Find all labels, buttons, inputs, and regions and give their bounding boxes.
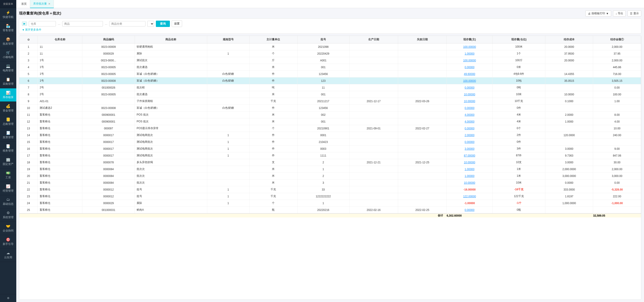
sidebar-item-summary[interactable]: 📒 总账管理 [0,115,16,128]
search-btn[interactable]: 查询 [156,21,170,27]
table-row[interactable]: 6 1号 0023-00008 富诚（白色/奶糖） 白色/奶糖 件 123 10… [19,77,641,84]
cell-name: POS显示库存异常 [135,125,207,132]
cell-exp-date [398,139,446,145]
tab-inventory-batch[interactable]: 库存批次量 ✕ [30,0,54,8]
cell-prod-date [349,77,398,84]
cell-name: 测试电商批次 [135,132,207,139]
table-row[interactable]: 15 畜客粮仓 0000017 测试电商批次 1 件 210423 0.0000… [19,139,641,145]
sidebar-item-enterprise[interactable]: 🤝 企业协同 [0,222,16,235]
sidebar-search[interactable]: 搜索菜单 [0,0,16,8]
filter-expand-btn[interactable]: ▶ [22,22,27,26]
sidebar-item-ec-mgmt[interactable]: 💻 电商管理 [0,62,16,75]
table-row[interactable]: 18 畜客粮仓 0000078 多头异色软绳 支 2 2021-12-21 20… [19,159,641,166]
sidebar-item-sys-mgmt[interactable]: ⚙ 系统管理 [0,208,16,222]
sidebar-item-payroll[interactable]: 💵 工资 [0,169,16,182]
cell-qty-loc: 100米 [492,44,545,50]
expand-more-btn[interactable]: ▼ 展开更多条件 [22,28,638,32]
warehouse-input[interactable] [29,21,56,27]
cell-amount: 240.00 [593,132,641,139]
table-row[interactable]: 23 畜客粮仓 0000012 批号 1 千克 1222222222 122.0… [19,193,641,200]
basic-info-icon: 🗂 [0,198,16,202]
sidebar-item-new-guide[interactable]: 🎯 新手引导 [0,235,16,248]
cell-code: 000900001 [82,118,135,125]
cell-amount: 3,505.15 [593,77,641,84]
cell-prod-date [349,57,398,64]
sidebar-item-label: 云应用 [0,256,16,259]
table-row[interactable]: 13 畜客粮仓 000097 POS显示库存异常 个 20210901 2021… [19,125,641,132]
table-row[interactable]: 10 测试遴选2 0023-00008 富诚（白色/奶糖） 白色/奶糖 件 12… [19,105,641,111]
sidebar-item-ops[interactable]: 📈 经营管理 [0,182,16,195]
ec-mgmt-icon: 💻 [0,64,16,68]
cell-spec: 白色/奶糖 [207,71,250,77]
cell-batch: 2021098 [297,44,349,50]
sidebar-item-small-ec[interactable]: 🛒 小额电商 [0,48,16,62]
category-select[interactable]: ▼ [147,21,154,27]
cell-exp-date [398,132,446,139]
cell-qty-loc: 0吨 [492,84,545,91]
table-row[interactable]: 2 11 0000029 展际 1 个 20220429 1.00000 1个 … [19,50,641,57]
table-row[interactable]: 3 1号 0023-0000... 测试批次 斤 A001 100.00000 … [19,57,641,64]
table-row[interactable]: 20 畜客粮仓 0000084 批次次 米 2 1.00000 1米 3,000… [19,173,641,180]
cell-spec [207,44,250,50]
table-row[interactable]: 1 11 0023-00009 软硬通用抱枕 米 2021098 100.000… [19,44,641,50]
cell-name: 展际 [135,50,207,57]
table-row[interactable]: 14 畜客粮仓 0000017 测试电商批次 1 件 0001 2.00000 … [19,132,641,139]
cell-prod-date [349,200,398,207]
table-row[interactable]: 21 畜客粮仓 0000084 批次次 米 3 10.00000 10米 0.0… [19,180,641,186]
cell-code: 0023-00005 [82,71,135,77]
inventory-icon: 📊 [0,91,16,95]
cell-qty-loc: 87件 [492,152,545,159]
table-row[interactable]: 19 畜客粮仓 0000084 批次次 米 1 1.00000 1米 2,000… [19,166,641,173]
tab-home[interactable]: 首页 [18,0,30,8]
sidebar-item-tax[interactable]: 📑 税务管理 [0,142,16,155]
table-row[interactable]: 22 畜客粮仓 0000012 批号 1 千克 33 -16.00000 -16… [19,186,641,193]
sidebar-settings[interactable]: ⚙ [0,294,16,302]
table-row[interactable]: 16 畜客粮仓 0000017 测试电商批次 1 件 0003 3.00000 … [19,145,641,152]
cell-amount: 847.06 [593,152,641,159]
table-row[interactable]: 8 2号 0023-00005 批次遴选 米 001 10.00000 10米 … [19,91,641,98]
cell-batch: 20220429 [297,50,349,57]
table-row[interactable]: 7 2号 001000026 批次框 吨 11 0.00000 0吨 0.00 [19,84,641,91]
sidebar-item-finance[interactable]: 💰 资金管理 [0,102,16,115]
cell-code: 0000029 [82,50,135,57]
ops-icon: 📈 [0,184,16,189]
table-row[interactable]: 9 A01-01 子件保质期组 千克 20211217 2021-12-17 2… [19,98,641,105]
print-btn[interactable]: 🖨 按模板打印 ▼ [586,11,611,17]
cell-name: 鲜肉A [135,207,207,214]
sidebar-item-cloud-app[interactable]: ☁ 云应用 [0,248,16,262]
sidebar-item-fixed-assets[interactable]: 🏢 固定资产 [0,155,16,169]
sidebar-item-quick-nav[interactable]: ⚡ 快捷导航 [0,8,16,22]
table-row[interactable]: 25 畜客粮仓 001000031 鲜肉A 瓶 20220216 2022-02… [19,207,641,214]
cell-code: 0000084 [82,173,135,180]
cell-qty-main: 10.00000 [447,180,492,186]
sidebar-item-inventory[interactable]: 📊 库存核算 [0,88,16,102]
sidebar-item-purchase[interactable]: 📋 采购管理 [0,75,16,88]
table-row[interactable]: 5 1号 0023-00005 富诚（白色/奶糖） 白色/奶糖 件 123456… [19,71,641,77]
tab-close-icon[interactable]: ✕ [48,2,50,6]
show-btn[interactable]: ☰ 显示 [628,11,641,17]
sidebar-item-retail[interactable]: 🏪 零售管理 [0,22,16,35]
table-row[interactable]: 4 1号 0023-00005 批次遴选 米 001 0.00000 0米 44… [19,64,641,71]
table-row[interactable]: 17 畜客粮仓 0000017 测试电商批次 1 件 1111 87.00000… [19,152,641,159]
settings-btn[interactable]: 设置 [172,20,182,27]
goods-input[interactable] [62,21,103,27]
cell-exp-date [398,64,446,71]
cell-no: 7 [19,84,38,91]
sidebar-item-wholesale[interactable]: 📦 批发管理 [0,35,16,48]
sidebar-item-invoice[interactable]: 🧾 发票管理 [0,128,16,142]
cell-no: 11 [19,111,38,118]
cell-qty-main: 1.00000 [447,50,492,57]
table-footer-row: 合计 6,302.60000 32,589.05 [19,213,641,218]
sidebar-item-basic-info[interactable]: 🗂 基础信息 [0,195,16,208]
cell-amount: 0.00 [593,84,641,91]
cell-no: 2 [19,50,38,57]
cell-no: 21 [19,180,38,186]
cell-unit: 瓶 [250,207,297,214]
table-row[interactable]: 24 畜客粮仓 0000029 展际 1 个 1 -1.00000 -1个 1,… [19,200,641,207]
category-input[interactable] [109,21,146,27]
table-row[interactable]: 11 畜客粮仓 000900001 POS 批次 米 002 4.00000 4… [19,111,641,118]
table-row[interactable]: 12 畜客粮仓 000900001 POS 批次 米 001 4.00000 4… [19,118,641,125]
cell-unit: 米 [250,44,297,50]
cell-amount [593,105,641,111]
export-btn[interactable]: ↓ 导出 [613,11,626,17]
